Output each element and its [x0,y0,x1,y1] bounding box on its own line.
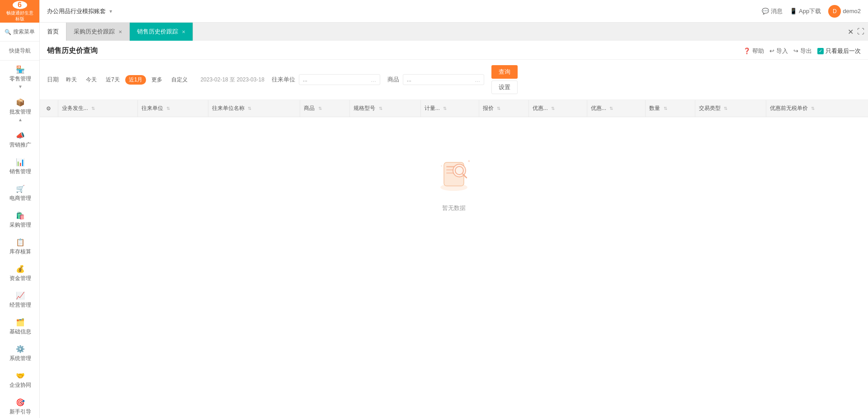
product-input[interactable] [407,76,475,83]
company-dropdown-icon[interactable]: ▾ [109,8,112,14]
sidebar-item-purchase[interactable]: 🛍️ 采购管理 [0,207,39,233]
import-action[interactable]: ↩ 导入 [769,47,788,55]
operations-label: 经营管理 [9,301,31,309]
search-menu-button[interactable]: 🔍 搜索菜单 [3,26,37,38]
marketing-icon: 📣 [16,131,25,140]
col-product[interactable]: 商品 ⇅ [300,100,350,117]
inventory-label: 库存核算 [9,248,31,256]
filter-area: 日期 昨天 今天 近7天 近1月 更多 自定义 2023-02-18 至 202… [40,60,868,100]
date-opt-custom[interactable]: 自定义 [168,75,191,85]
tab-purchase-history-close-icon[interactable]: ✕ [118,29,122,34]
col-discount2[interactable]: 优惠... ⇅ [587,100,646,117]
date-opt-yesterday[interactable]: 昨天 [62,75,80,85]
sort-discount2-icon: ⇅ [609,106,613,111]
tab-sales-history-close-icon[interactable]: ✕ [182,29,185,34]
help-label: 帮助 [752,47,764,55]
col-trade-type[interactable]: 交易类型 ⇅ [695,100,766,117]
sidebar-item-newbie[interactable]: 🎯 新手引导 [0,394,39,418]
col-settings[interactable]: ⚙ [40,100,58,117]
sidebar-item-wholesale[interactable]: 📦 批发管理 ▲ [0,94,39,127]
app-download-label: App下载 [799,7,821,15]
product-filter: 商品 ... [387,74,484,85]
sort-quote-icon: ⇅ [497,106,500,111]
sidebar-item-marketing[interactable]: 📣 营销推广 [0,127,39,153]
sidebar-item-inventory[interactable]: 📋 库存核算 [0,233,39,260]
only-last-label: 只看最后一次 [826,47,861,55]
main-area: 办公用品行业模拟账套 ▾ 💬 消息 📱 App下载 D demo2 首页 [40,0,868,418]
export-label: 导出 [800,47,812,55]
col-discount1[interactable]: 优惠... ⇅ [528,100,587,117]
help-action[interactable]: ❓ 帮助 [743,47,764,55]
tab-home[interactable]: 首页 [40,23,66,41]
newbie-label: 新手引导 [9,408,31,416]
data-table: ⚙ 业务发生... ⇅ 往来单位 ⇅ 往来单位名称 ⇅ 商品 ⇅ 规格型号 ⇅ … [40,100,868,117]
sort-partner-code-icon: ⇅ [166,106,170,111]
tab-sales-history-label: 销售历史价跟踪 [137,28,178,36]
date-opt-more[interactable]: 更多 [148,75,166,85]
svg-text:✦: ✦ [467,159,471,163]
date-opt-7days[interactable]: 近7天 [102,75,123,85]
sales-mgmt-icon: 📊 [16,158,25,166]
sidebar-item-operations[interactable]: 📈 经营管理 [0,287,39,314]
sidebar-search-section: 🔍 搜索菜单 [0,23,39,42]
col-quote[interactable]: 报价 ⇅ [479,100,528,117]
sort-biz-date-icon: ⇅ [91,106,95,111]
wholesale-icon: 📦 [16,98,25,107]
product-label: 商品 [387,76,399,84]
sidebar-item-basic[interactable]: 🗂️ 基础信息 [0,314,39,340]
import-label: 导入 [776,47,788,55]
sidebar-item-enterprise[interactable]: 🤝 企业协同 [0,367,39,394]
app-download-action[interactable]: 📱 App下载 [790,7,821,15]
sidebar-item-ecom[interactable]: 🛒 电商管理 [0,180,39,207]
message-action[interactable]: 💬 消息 [762,7,783,15]
settings-button[interactable]: 设置 [491,81,518,94]
logo-text: 畅捷通好生意 [6,10,33,16]
export-action[interactable]: ↪ 导出 [793,47,812,55]
enterprise-icon: 🤝 [16,371,25,380]
col-partner-name[interactable]: 往来单位名称 ⇅ [208,100,300,117]
table-header-row: ⚙ 业务发生... ⇅ 往来单位 ⇅ 往来单位名称 ⇅ 商品 ⇅ 规格型号 ⇅ … [40,100,868,117]
retail-icon: 🏪 [16,65,25,74]
export-icon: ↪ [793,48,798,54]
topbar-right: 💬 消息 📱 App下载 D demo2 [762,5,861,18]
quick-nav-label[interactable]: 快捷导航 [3,45,37,57]
download-icon: 📱 [790,8,797,14]
col-partner-code[interactable]: 往来单位 ⇅ [137,100,208,117]
date-opt-1month[interactable]: 近1月 [125,75,146,85]
avatar: D [828,5,841,18]
only-last-wrapper[interactable]: ✓ 只看最后一次 [817,47,861,55]
sort-no-tax-price-icon: ⇅ [811,106,815,111]
table-area: ⚙ 业务发生... ⇅ 往来单位 ⇅ 往来单位名称 ⇅ 商品 ⇅ 规格型号 ⇅ … [40,100,868,248]
tab-maximize-button[interactable]: ⛶ [857,28,864,36]
partner-input-ellipsis[interactable]: ... [371,76,376,83]
tab-sales-history[interactable]: 销售历史价跟踪 ✕ [130,23,193,41]
col-biz-date[interactable]: 业务发生... ⇅ [58,100,137,117]
partner-input[interactable] [303,76,371,83]
sidebar-item-finance[interactable]: 💰 资金管理 [0,260,39,287]
col-quantity[interactable]: 数量 ⇅ [646,100,695,117]
finance-label: 资金管理 [9,275,31,282]
page-header: 销售历史价查询 ❓ 帮助 ↩ 导入 ↪ 导出 [40,41,868,60]
query-button[interactable]: 查询 [491,65,518,79]
user-profile[interactable]: D demo2 [828,5,861,18]
sort-trade-type-icon: ⇅ [724,106,727,111]
tab-close-all-button[interactable]: ✕ [848,28,854,36]
date-opt-today[interactable]: 今天 [82,75,100,85]
sidebar-item-retail[interactable]: 🏪 零售管理 ▼ [0,61,39,94]
table-container: ⚙ 业务发生... ⇅ 往来单位 ⇅ 往来单位名称 ⇅ 商品 ⇅ 规格型号 ⇅ … [40,100,868,117]
tab-purchase-history[interactable]: 采购历史价跟踪 ✕ [66,23,130,41]
col-unit[interactable]: 计量... ⇅ [420,100,479,117]
sort-unit-icon: ⇅ [443,106,447,111]
sidebar-item-sales-mgmt[interactable]: 📊 销售管理 [0,153,39,180]
partner-input-wrapper: ... [299,74,380,85]
col-no-tax-price[interactable]: 优惠前无税单价 ⇅ [766,100,868,117]
ecom-label: 电商管理 [9,195,31,202]
product-input-ellipsis[interactable]: ... [475,76,480,83]
page-title: 销售历史价查询 [47,46,98,56]
filter-actions: 查询 设置 [491,65,518,94]
topbar-left: 办公用品行业模拟账套 ▾ [47,7,112,15]
sidebar-item-system[interactable]: ⚙️ 系统管理 [0,340,39,367]
tabs-actions: ✕ ⛶ [848,28,868,36]
only-last-checkbox[interactable]: ✓ [817,48,824,54]
col-spec[interactable]: 规格型号 ⇅ [350,100,421,117]
